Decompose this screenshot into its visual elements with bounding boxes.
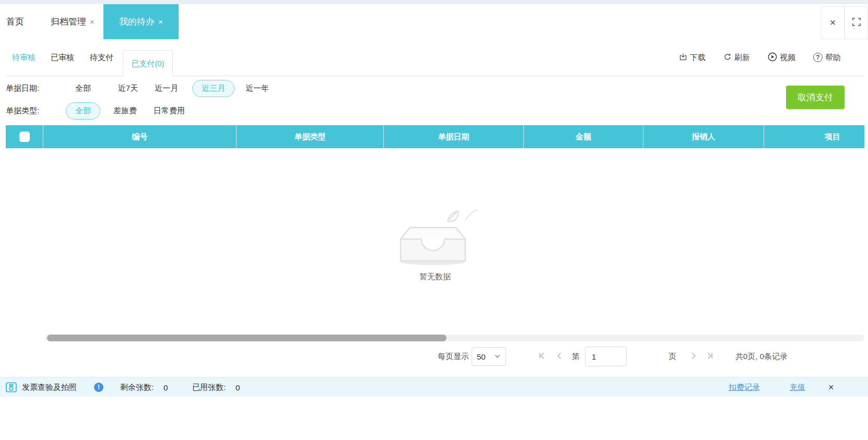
video-button[interactable]: 视频	[768, 52, 795, 63]
download-label: 下载	[690, 53, 706, 63]
download-icon	[679, 53, 687, 63]
nav-tab-label: 首页	[6, 16, 24, 28]
video-label: 视频	[780, 53, 795, 63]
filter-row-type: 单据类型: 全部 差旅费 日常费用	[6, 99, 185, 122]
previous-page-button[interactable]	[555, 351, 565, 362]
cancel-payment-button[interactable]: 取消支付	[786, 86, 844, 109]
tab-label: 已审核	[51, 53, 74, 63]
tab-reviewed[interactable]: 已审核	[51, 39, 74, 76]
filter-date-last7d[interactable]: 近7天	[118, 84, 138, 93]
fee-records-link[interactable]: 扣费记录	[729, 382, 760, 392]
last-page-button[interactable]	[705, 351, 715, 362]
filter-row-date: 单据日期: 全部 近7天 近一月 近三月 近一年	[6, 77, 269, 100]
tab-label: 待支付	[90, 53, 113, 63]
select-all-checkbox[interactable]	[19, 132, 30, 142]
fullscreen-button[interactable]	[844, 6, 868, 39]
close-tab-icon[interactable]: ×	[158, 17, 163, 26]
filter-type-label: 单据类型:	[6, 106, 58, 116]
close-tab-icon[interactable]: ×	[90, 17, 95, 26]
page-suffix-label: 页	[668, 352, 676, 362]
used-count-value: 0	[236, 383, 240, 391]
nav-tab-home[interactable]: 首页	[6, 4, 24, 39]
tab-pending-payment[interactable]: 待支付	[90, 39, 113, 76]
empty-state: 暂无数据	[389, 199, 481, 282]
nav-tab-label: 归档管理	[51, 16, 86, 28]
column-header-doc-type: 单据类型	[237, 125, 384, 148]
pagination-bar: 每页显示 50 第 页	[0, 346, 868, 367]
recharge-link[interactable]: 充值	[790, 382, 805, 392]
filter-date-last1y[interactable]: 近一年	[245, 84, 269, 93]
invoice-camera-icon	[5, 381, 17, 393]
column-header-doc-date: 单据日期	[384, 125, 524, 148]
next-page-button[interactable]	[688, 351, 698, 362]
column-header-amount: 金额	[524, 125, 643, 148]
previous-page-icon	[556, 352, 564, 360]
help-button[interactable]: ? 帮助	[813, 53, 841, 63]
table-header: 编号 单据类型 单据日期 金额 报销人 项目	[6, 125, 864, 148]
tab-pending-review[interactable]: 待审核	[12, 39, 36, 76]
close-panel-button[interactable]: ×	[821, 6, 844, 39]
filter-type-daily[interactable]: 日常费用	[154, 106, 185, 116]
info-icon[interactable]: !	[94, 383, 103, 392]
nav-tab-label: 我的待办	[119, 16, 155, 28]
refresh-label: 刷新	[734, 53, 750, 63]
filter-date-last1m[interactable]: 近一月	[155, 84, 178, 93]
next-page-icon	[689, 352, 697, 360]
help-label: 帮助	[825, 53, 841, 63]
page-toolbar: 下载 刷新 视频 ?	[679, 39, 841, 76]
nav-tab-bar: 首页 归档管理 × 我的待办 × ×	[0, 4, 868, 39]
first-page-button[interactable]	[537, 351, 547, 362]
window-controls: ×	[821, 6, 868, 39]
page-number-input[interactable]	[585, 347, 627, 366]
tab-label: 已支付(0)	[131, 59, 164, 69]
remaining-count-value: 0	[163, 383, 168, 391]
filter-date-label: 单据日期:	[6, 84, 58, 93]
filter-type-travel[interactable]: 差旅费	[113, 106, 137, 116]
filter-date-all[interactable]: 全部	[75, 84, 91, 93]
used-count-label: 已用张数:	[192, 382, 226, 392]
download-button[interactable]: 下载	[679, 53, 706, 63]
per-page-select[interactable]: 50	[472, 347, 506, 366]
top-strip	[0, 0, 868, 4]
help-icon: ?	[813, 53, 823, 62]
filter-type-all-selected[interactable]: 全部	[66, 102, 100, 120]
empty-text: 暂无数据	[389, 272, 481, 282]
app-window: 首页 归档管理 × 我的待办 × × 待审核	[0, 0, 868, 440]
tab-label: 待审核	[12, 53, 36, 63]
column-header-number: 编号	[43, 125, 237, 148]
select-all-cell	[6, 125, 43, 148]
fullscreen-icon	[852, 17, 861, 28]
per-page-label: 每页显示	[438, 352, 469, 362]
horizontal-scrollbar-thumb[interactable]	[47, 335, 447, 341]
empty-drawer-icon	[389, 199, 481, 266]
play-video-icon	[768, 52, 777, 63]
filter-panel: 单据日期: 全部 近7天 近一月 近三月 近一年 单据类型: 全部 差旅费 日常…	[6, 76, 864, 125]
remaining-count-label: 剩余张数:	[120, 382, 154, 392]
per-page-value: 50	[477, 352, 486, 361]
refresh-icon	[723, 53, 732, 63]
nav-tab-my-todo[interactable]: 我的待办 ×	[103, 4, 179, 39]
status-tab-bar: 待审核 已审核 待支付 已支付(0) 下载	[6, 39, 864, 76]
nav-tab-archive[interactable]: 归档管理 ×	[51, 4, 95, 39]
horizontal-scrollbar-track[interactable]	[45, 335, 864, 341]
footer-close-icon[interactable]: ×	[828, 382, 834, 393]
page-prefix-label: 第	[572, 352, 580, 362]
chevron-down-icon	[494, 352, 501, 361]
column-header-project: 项目	[764, 125, 864, 148]
tab-paid-active[interactable]: 已支付(0)	[123, 50, 173, 77]
invoice-check-title: 发票查验及拍照	[22, 382, 77, 392]
total-records-text: 共0页, 0条记录	[735, 352, 788, 362]
last-page-icon	[706, 352, 714, 360]
filter-date-last3m-selected[interactable]: 近三月	[192, 80, 234, 97]
column-header-claimant: 报销人	[643, 125, 764, 148]
first-page-icon	[538, 352, 546, 360]
close-icon: ×	[830, 17, 836, 29]
refresh-button[interactable]: 刷新	[723, 53, 750, 63]
invoice-footer-bar: 发票查验及拍照 ! 剩余张数: 0 已用张数: 0 扣费记录 充值 ×	[0, 377, 868, 397]
